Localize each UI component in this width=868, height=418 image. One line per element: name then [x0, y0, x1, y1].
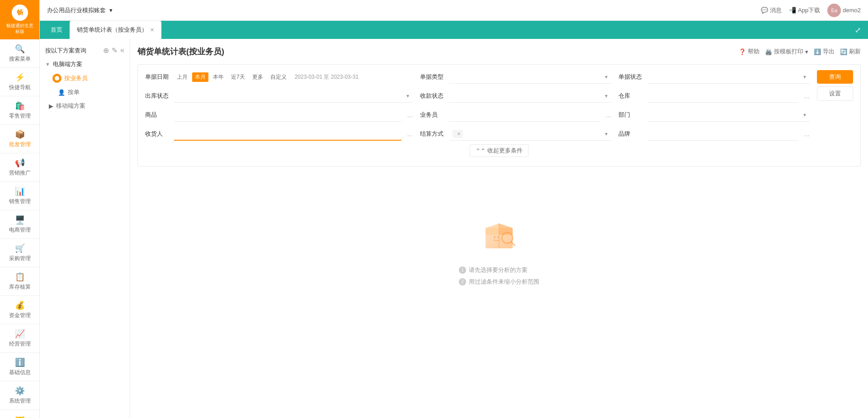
sidebar-item-inventory[interactable]: 📋 库存核算: [0, 267, 39, 296]
by-salesman-item[interactable]: 按业务员: [40, 71, 130, 86]
help-action[interactable]: ❓ 帮助: [739, 48, 760, 56]
date-more[interactable]: 更多: [250, 72, 266, 82]
out-status-label: 出库状态: [145, 92, 170, 100]
sidebar-item-system[interactable]: ⚙️ 系统管理: [0, 381, 39, 410]
collapse-row: ⌃⌃ 收起更多条件: [145, 141, 853, 161]
brand-input[interactable]: [647, 127, 798, 141]
receipt-status-field: 收款状态 ▾: [420, 89, 611, 103]
department-select[interactable]: ▾: [647, 108, 810, 122]
brand-label: 品牌: [618, 130, 644, 138]
brand-dots[interactable]: …: [804, 131, 810, 138]
receipt-status-label: 收款状态: [420, 92, 445, 100]
inventory-icon: 📋: [15, 272, 25, 282]
add-scheme-button[interactable]: ⊕: [103, 46, 109, 55]
sidebar-item-sales[interactable]: 📊 销售管理: [0, 182, 39, 210]
settle-tag-close[interactable]: ×: [457, 131, 460, 137]
receiver-label: 收货人: [145, 130, 170, 138]
sidebar-item-search[interactable]: 🔍 搜索菜单: [0, 39, 39, 68]
settle-tag: ×: [453, 130, 463, 138]
template-print-action[interactable]: 🖨️ 按模板打印 ▾: [765, 48, 808, 56]
edit-scheme-button[interactable]: ✎: [112, 46, 118, 55]
settle-method-select[interactable]: × ▾: [449, 127, 611, 141]
date-label: 单据日期: [145, 73, 170, 81]
page-actions: ❓ 帮助 🖨️ 按模板打印 ▾ ⬇️ 导出 🔄 刷新: [739, 48, 861, 56]
order-status-select[interactable]: ▾: [647, 70, 810, 84]
empty-tips: 1 请先选择要分析的方案 2 用过滤条件来缩小分析范围: [459, 264, 539, 288]
collapse-button[interactable]: ⌃⌃ 收起更多条件: [470, 144, 528, 157]
panel-actions: ⊕ ✎ «: [103, 46, 124, 55]
left-panel: 按以下方案查询 ⊕ ✎ « ▼ 电脑端方案 按业务员: [40, 39, 130, 418]
main-area: 办公用品行业模拟账套 ▾ 💬 消息 📲 App下载 Ea demo2 首页: [40, 0, 868, 418]
by-order-item[interactable]: 👤 按单: [40, 86, 130, 99]
salesman-field: 业务员 …: [420, 108, 611, 122]
purchase-icon: 🛒: [15, 243, 25, 253]
refresh-action[interactable]: 🔄 刷新: [840, 48, 861, 56]
date-this-year[interactable]: 本年: [210, 72, 226, 82]
wholesale-icon: 📦: [15, 129, 25, 139]
date-last-month[interactable]: 上月: [174, 72, 190, 82]
breadcrumb-arrow[interactable]: ▾: [109, 7, 113, 14]
maximize-icon[interactable]: ⤢: [851, 26, 864, 34]
svg-marker-2: [486, 223, 499, 235]
desktop-section-title[interactable]: ▼ 电脑端方案: [40, 57, 130, 71]
salesman-input[interactable]: [449, 108, 600, 122]
settings-button[interactable]: 设置: [817, 86, 853, 101]
order-type-label: 单据类型: [420, 73, 445, 81]
search-icon: 🔍: [15, 44, 25, 54]
order-type-select[interactable]: ▾: [449, 70, 611, 84]
sidebar-item-enterprise[interactable]: 🤝 企业协同: [0, 410, 39, 418]
refresh-icon: 🔄: [840, 48, 847, 55]
warehouse-field: 仓库 …: [618, 89, 810, 103]
panel-header: 按以下方案查询 ⊕ ✎ «: [40, 43, 130, 57]
goods-field: 商品 …: [145, 108, 413, 122]
goods-dots[interactable]: …: [407, 112, 413, 119]
sidebar-item-purchase[interactable]: 🛒 采购管理: [0, 239, 39, 267]
mobile-section-title[interactable]: ▶ 移动端方案: [40, 99, 130, 113]
sidebar-item-retail[interactable]: 🛍️ 零售管理: [0, 96, 39, 125]
message-item[interactable]: 💬 消息: [761, 6, 782, 14]
receipt-status-select[interactable]: ▾: [449, 89, 611, 103]
filter-section: 单据日期 上月 本月 本年 近7天 更多 自定义 2023-03-01 至 20…: [145, 70, 853, 141]
empty-illustration: [476, 210, 522, 255]
sidebar-item-marketing[interactable]: 📢 营销推广: [0, 153, 39, 182]
mobile-section: ▶ 移动端方案: [40, 99, 130, 113]
receiver-input[interactable]: [174, 127, 401, 141]
finance-icon: 💰: [15, 300, 25, 310]
receiver-dots[interactable]: …: [407, 131, 413, 138]
tab-home[interactable]: 首页: [43, 21, 70, 39]
warehouse-input[interactable]: [647, 89, 798, 103]
goods-input[interactable]: [174, 108, 401, 122]
content-area: 按以下方案查询 ⊕ ✎ « ▼ 电脑端方案 按业务员: [40, 39, 868, 418]
date-this-month[interactable]: 本月: [192, 72, 208, 82]
collapse-panel-button[interactable]: «: [120, 46, 124, 55]
salesman-dots[interactable]: …: [605, 112, 611, 119]
sales-icon: 📊: [15, 186, 25, 196]
order-status-label: 单据状态: [618, 73, 644, 81]
app-download-item[interactable]: 📲 App下载: [789, 6, 820, 14]
user-item[interactable]: Ea demo2: [827, 4, 861, 17]
department-label: 部门: [618, 111, 644, 119]
sidebar-item-basic[interactable]: ℹ️ 基础信息: [0, 353, 39, 381]
panel-title: 按以下方案查询: [45, 47, 86, 55]
tab-sales-stats[interactable]: 销货单统计表（按业务员） ✕: [70, 21, 161, 39]
sidebar-item-wholesale[interactable]: 📦 批发管理: [0, 125, 39, 153]
sidebar-item-operations[interactable]: 📈 经营管理: [0, 324, 39, 353]
sidebar-item-quick-nav[interactable]: ⚡ 快捷导航: [0, 68, 39, 96]
tabbar: 首页 销货单统计表（按业务员） ✕ ⤢: [40, 21, 868, 39]
goods-label: 商品: [145, 111, 170, 119]
sidebar-item-finance[interactable]: 💰 资金管理: [0, 296, 39, 324]
topbar-left: 办公用品行业模拟账套 ▾: [47, 6, 113, 14]
tab-close-icon[interactable]: ✕: [150, 27, 154, 33]
out-status-select[interactable]: ▾: [174, 89, 413, 103]
export-action[interactable]: ⬇️ 导出: [814, 48, 835, 56]
expand-arrow-icon: ▼: [45, 62, 50, 67]
warehouse-dots[interactable]: …: [804, 93, 810, 100]
marketing-icon: 📢: [15, 158, 25, 168]
date-last-7[interactable]: 近7天: [228, 72, 248, 82]
order-type-field: 单据类型 ▾: [420, 70, 611, 84]
sidebar-item-ecommerce[interactable]: 🖥️ 电商管理: [0, 210, 39, 239]
date-range-text: 2023-03-01 至 2023-03-31: [295, 73, 359, 81]
date-custom[interactable]: 自定义: [268, 72, 289, 82]
query-button[interactable]: 查询: [817, 70, 853, 84]
receipt-status-chevron: ▾: [605, 93, 608, 99]
